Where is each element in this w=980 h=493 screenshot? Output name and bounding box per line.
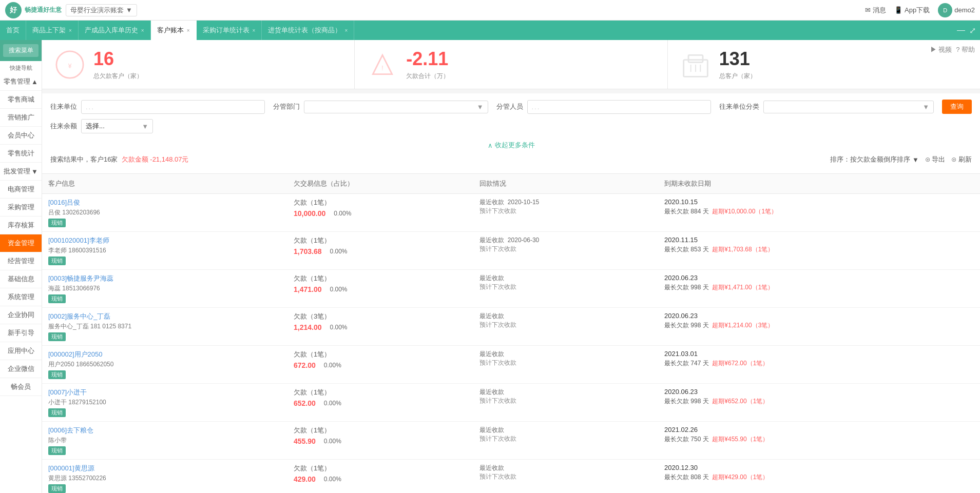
customer-id-name[interactable]: [0006]去下粮仓 bbox=[48, 426, 281, 435]
unit-class-select[interactable]: ▼ bbox=[763, 101, 934, 113]
export-btn[interactable]: ⊙ 导出 bbox=[925, 155, 946, 164]
sort-select[interactable]: 排序：按欠款金额倒序排序 ▼ bbox=[830, 155, 919, 164]
sidebar-item-retail-mgmt[interactable]: 零售管理 ▲ bbox=[0, 73, 42, 91]
svg-text:!: ! bbox=[382, 65, 383, 72]
tab-home[interactable]: 首页 bbox=[0, 21, 26, 40]
debt-amount-icon: ! bbox=[367, 49, 398, 80]
total-customers-icon bbox=[680, 49, 711, 80]
close-icon[interactable]: × bbox=[253, 28, 256, 33]
sort-label: 排序：按欠款金额倒序排序 bbox=[830, 155, 910, 164]
sidebar-item-wechat[interactable]: 企业微信 bbox=[0, 360, 42, 378]
overdue-amount[interactable]: 超期¥652.00（1笔） bbox=[712, 398, 768, 405]
search-menu-btn[interactable]: 搜索菜单 bbox=[3, 44, 39, 57]
recent-payment: 最近收款 2020-06-30 bbox=[479, 236, 652, 245]
debt-amount[interactable]: 1,214.00 bbox=[294, 323, 322, 331]
sidebar-item-finance[interactable]: 资金管理 bbox=[0, 234, 42, 252]
person-input[interactable]: ... bbox=[527, 100, 711, 114]
sidebar-item-retail-shop[interactable]: 零售商城 bbox=[0, 91, 42, 109]
sidebar-item-member[interactable]: 会员中心 bbox=[0, 127, 42, 145]
search-result-info: 搜索结果中，客户16家 欠款金额 -21,148.07元 排序：按欠款金额倒序排… bbox=[50, 152, 972, 167]
customer-id-name[interactable]: [0001020001]李老师 bbox=[48, 236, 281, 245]
debt-amount[interactable]: 10,000.00 bbox=[294, 209, 325, 218]
tab-import-summary[interactable]: 进货单统计表（按商品） × bbox=[262, 21, 354, 40]
refresh-btn[interactable]: ⊙ 刷新 bbox=[951, 155, 972, 164]
debt-amount[interactable]: 1,471.00 bbox=[294, 285, 322, 293]
overdue-amount[interactable]: 超期¥1,214.00（3笔） bbox=[712, 322, 774, 329]
cell-payment: 最近收款 预计下次收款 bbox=[473, 384, 658, 422]
customer-id-name[interactable]: [0003]畅捷服务尹海蕊 bbox=[48, 274, 281, 283]
source-unit-input[interactable]: ... bbox=[81, 100, 265, 114]
sidebar-item-marketing[interactable]: 营销推广 bbox=[0, 109, 42, 127]
customer-badge: 现销 bbox=[48, 294, 66, 303]
cell-debt-info: 欠款（1笔） 1,703.68 0.00% bbox=[287, 232, 473, 270]
sidebar-item-app-center[interactable]: 应用中心 bbox=[0, 342, 42, 360]
recent-payment: 最近收款 bbox=[479, 312, 652, 321]
close-icon[interactable]: × bbox=[187, 28, 190, 33]
customer-contact: 用户2050 18665062050 bbox=[48, 360, 281, 369]
debt-amount[interactable]: 652.00 bbox=[294, 399, 316, 407]
store-name: 母婴行业演示账套 bbox=[70, 6, 124, 15]
tab-products-off[interactable]: 商品上下架 × bbox=[26, 21, 79, 40]
sidebar-item-inventory[interactable]: 库存核算 bbox=[0, 216, 42, 234]
debt-amount[interactable]: 429.00 bbox=[294, 475, 316, 483]
customer-contact: 李老师 18600391516 bbox=[48, 246, 281, 255]
debt-amount-row: 672.00 0.00% bbox=[294, 361, 467, 369]
overdue-amount[interactable]: 超期¥1,471.00（1笔） bbox=[712, 284, 774, 291]
overdue-amount[interactable]: 超期¥672.00（1笔） bbox=[712, 360, 768, 367]
search-btn[interactable]: 查询 bbox=[942, 100, 972, 114]
tab-production-history[interactable]: 产成品入库单历史 × bbox=[79, 21, 151, 40]
sidebar-item-batch-mgmt[interactable]: 批发管理 ▼ bbox=[0, 163, 42, 181]
sidebar-item-retail-stats[interactable]: 零售统计 bbox=[0, 145, 42, 163]
debt-amount[interactable]: 1,703.68 bbox=[294, 247, 322, 255]
overdue-amount[interactable]: 超期¥429.00（1笔） bbox=[712, 474, 768, 481]
sidebar-item-enterprise[interactable]: 企业协同 bbox=[0, 306, 42, 324]
sidebar-item-vip[interactable]: 畅会员 bbox=[0, 378, 42, 396]
debt-count: 欠款（1笔） bbox=[294, 464, 467, 473]
sidebar-item-purchase[interactable]: 采购管理 bbox=[0, 199, 42, 216]
customer-id-name[interactable]: [0002]服务中心_丁磊 bbox=[48, 312, 281, 321]
customer-id-name[interactable]: [0007]小迸干 bbox=[48, 388, 281, 397]
col-header-due-date: 到期未收款日期 bbox=[658, 174, 980, 194]
sidebar-item-guide[interactable]: 新手引导 bbox=[0, 324, 42, 342]
sidebar-item-ecommerce[interactable]: 电商管理 bbox=[0, 181, 42, 199]
app-download-label: App下载 bbox=[905, 6, 930, 15]
video-btn[interactable]: ▶ 视频 bbox=[930, 45, 952, 54]
cell-payment: 最近收款 预计下次收款 bbox=[473, 308, 658, 346]
cell-due-date: 2020.12.30 最长欠款 808 天 超期¥429.00（1笔） bbox=[658, 460, 980, 494]
chevron-down-icon: ▼ bbox=[31, 168, 38, 175]
help-btn[interactable]: ? 帮助 bbox=[956, 45, 975, 54]
debt-amount-row: 1,471.00 0.00% bbox=[294, 285, 467, 293]
sidebar-item-basic-info[interactable]: 基础信息 bbox=[0, 270, 42, 288]
customer-id-name[interactable]: [0016]吕俊 bbox=[48, 198, 281, 207]
store-selector[interactable]: 母婴行业演示账套 ▼ bbox=[66, 4, 137, 16]
unit-class-label: 往来单位分类 bbox=[719, 102, 759, 111]
dept-select[interactable]: ▼ bbox=[304, 101, 488, 113]
debt-amount-row: 429.00 0.00% bbox=[294, 475, 467, 483]
close-icon[interactable]: × bbox=[344, 28, 348, 33]
app-download-btn[interactable]: 📱 App下载 bbox=[894, 6, 930, 15]
customer-contact: 小迸干 18279152100 bbox=[48, 398, 281, 407]
customer-id-name[interactable]: [000001]黄思源 bbox=[48, 464, 281, 473]
overdue-amount[interactable]: 超期¥10,000.00（1笔） bbox=[712, 208, 777, 215]
tab-maximize-btn[interactable]: ⤢ bbox=[969, 26, 976, 35]
message-btn[interactable]: ✉ 消息 bbox=[865, 6, 886, 15]
chevron-down-icon: ▲ bbox=[31, 78, 38, 86]
cell-debt-info: 欠款（1笔） 652.00 0.00% bbox=[287, 384, 473, 422]
debt-amount[interactable]: 455.90 bbox=[294, 437, 316, 445]
collapse-btn[interactable]: ∧ 收起更多条件 bbox=[488, 141, 535, 150]
tab-purchase-summary[interactable]: 采购订单统计表 × bbox=[197, 21, 262, 40]
overdue-amount[interactable]: 超期¥1,703.68（1笔） bbox=[712, 246, 774, 253]
tab-customer-account[interactable]: 客户账本 × bbox=[151, 21, 197, 40]
overdue-amount[interactable]: 超期¥455.90（1笔） bbox=[712, 436, 768, 443]
data-table-container: 客户信息 欠交易信息（占比） 回款情况 到期未收款日期 [0016]吕俊 吕俊 … bbox=[42, 174, 980, 493]
debt-amount[interactable]: 672.00 bbox=[294, 361, 316, 369]
user-menu[interactable]: D demo2 bbox=[938, 3, 975, 17]
tab-minimize-btn[interactable]: — bbox=[957, 26, 965, 35]
sidebar-item-business[interactable]: 经营管理 bbox=[0, 252, 42, 270]
sidebar-item-system[interactable]: 系统管理 bbox=[0, 288, 42, 306]
due-date: 2020.11.15 bbox=[664, 236, 974, 244]
close-icon[interactable]: × bbox=[69, 28, 72, 33]
customer-id-name[interactable]: [000002]用户2050 bbox=[48, 350, 281, 359]
close-icon[interactable]: × bbox=[141, 28, 144, 33]
balance-select[interactable]: 选择... ▼ bbox=[81, 119, 153, 133]
